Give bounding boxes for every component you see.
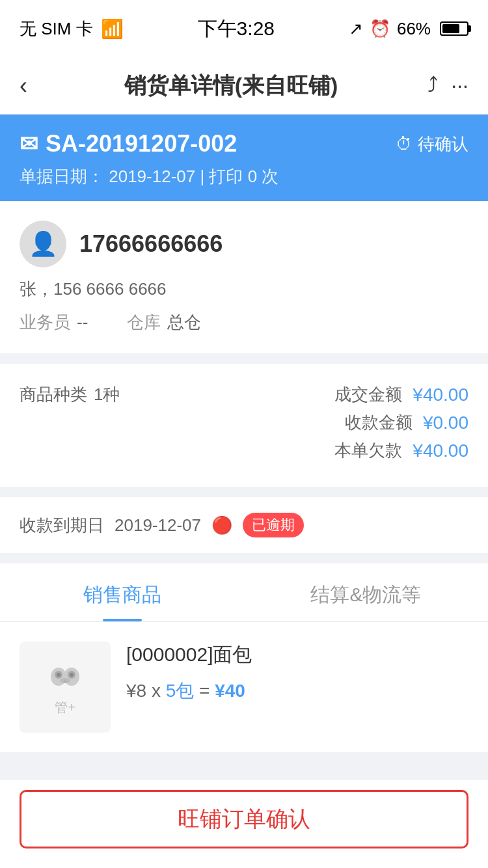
product-info: [0000002]面包 ¥8 x 5包 = ¥40 [126, 642, 468, 703]
overdue-icon: 🔴 [211, 515, 232, 536]
product-logo-text: 管+ [46, 699, 85, 716]
received-label: 收款金额 [345, 411, 413, 434]
overdue-badge: 已逾期 [243, 513, 304, 537]
order-date: 单据日期： 2019-12-07 | 打印 0 次 [20, 165, 468, 188]
confirm-order-button[interactable]: 旺铺订单确认 [20, 790, 468, 848]
summary-left: 商品种类 1种 [20, 383, 120, 411]
product-thumbnail: 管+ [20, 642, 111, 733]
product-item: 管+ [0000002]面包 ¥8 x 5包 = ¥40 [0, 622, 488, 752]
bottom-bar: 旺铺订单确认 [0, 779, 488, 868]
summary-right: 成交金额 ¥40.00 收款金额 ¥0.00 本单欠款 ¥40.00 [334, 383, 468, 467]
status-time: 下午3:28 [198, 16, 275, 42]
tabs-header: 销售商品 结算&物流等 [0, 563, 488, 622]
product-list: 管+ [0000002]面包 ¥8 x 5包 = ¥40 [0, 622, 488, 752]
svg-point-4 [57, 673, 61, 677]
status-clock-icon: ⏱ [396, 134, 413, 154]
order-header-banner: ✉ SA-20191207-002 ⏱ 待确认 单据日期： 2019-12-07… [0, 115, 488, 201]
order-status: ⏱ 待确认 [396, 133, 468, 156]
customer-phone: 17666666666 [79, 230, 223, 258]
status-bar-right: ↗ ⏰ 66% [349, 19, 468, 39]
product-name: [0000002]面包 [126, 642, 468, 668]
share-icon[interactable]: ⤴ [427, 74, 438, 98]
avatar: 👤 [20, 221, 66, 267]
owed-value: ¥40.00 [413, 441, 468, 461]
summary-section: 商品种类 1种 成交金额 ¥40.00 收款金额 ¥0.00 本单欠款 ¥40.… [0, 364, 488, 487]
location-icon: ↗ [349, 19, 363, 39]
status-bar-left: 无 SIM 卡 📶 [20, 18, 124, 40]
sales-value: -- [77, 312, 88, 332]
product-type-row: 商品种类 1种 [20, 383, 120, 406]
amount-row: 成交金额 ¥40.00 [334, 383, 468, 406]
tab-sales-products[interactable]: 销售商品 [0, 563, 244, 621]
back-button[interactable]: ‹ [20, 72, 59, 100]
warehouse-label: 仓库 [127, 311, 161, 334]
owed-row: 本单欠款 ¥40.00 [334, 439, 468, 462]
page-title: 销货单详情(来自旺铺) [59, 71, 403, 101]
owed-label: 本单欠款 [334, 439, 402, 462]
customer-top-row: 👤 17666666666 [20, 221, 468, 267]
alarm-icon: ⏰ [370, 19, 390, 39]
status-bar: 无 SIM 卡 📶 下午3:28 ↗ ⏰ 66% [0, 0, 488, 57]
price-separator: = [194, 681, 215, 701]
sales-label: 业务员 [20, 311, 70, 334]
battery-text: 66% [397, 19, 431, 39]
amount-label: 成交金额 [334, 383, 402, 406]
order-icon: ✉ [20, 131, 38, 157]
wifi-icon: 📶 [101, 18, 124, 40]
sales-meta: 业务员 -- [20, 311, 88, 334]
product-qty: 5包 [166, 681, 195, 701]
price-base: ¥8 x [126, 681, 166, 701]
product-total: ¥40 [215, 681, 245, 701]
product-type-label: 商品种类 [20, 383, 87, 406]
warehouse-value: 总仓 [167, 311, 201, 334]
customer-section: 👤 17666666666 张，156 6666 6666 业务员 -- 仓库 … [0, 201, 488, 353]
nav-actions: ⤴ ··· [403, 74, 468, 98]
nav-bar: ‹ 销货单详情(来自旺铺) ⤴ ··· [0, 57, 488, 115]
svg-point-5 [70, 673, 74, 677]
product-price: ¥8 x 5包 = ¥40 [126, 679, 468, 703]
more-icon[interactable]: ··· [451, 74, 468, 98]
banner-top-row: ✉ SA-20191207-002 ⏱ 待确认 [20, 130, 468, 157]
due-date-label: 收款到期日 [20, 514, 104, 537]
customer-name: 张，156 6666 6666 [20, 278, 468, 301]
product-logo-icon [46, 658, 85, 696]
received-value: ¥0.00 [423, 413, 468, 433]
product-type-value: 1种 [94, 383, 120, 406]
due-date-section: 收款到期日 2019-12-07 🔴 已逾期 [0, 497, 488, 553]
avatar-icon: 👤 [29, 230, 58, 258]
amount-value: ¥40.00 [413, 385, 468, 405]
received-row: 收款金额 ¥0.00 [334, 411, 468, 434]
due-date-value: 2019-12-07 [115, 515, 201, 536]
tab-settlement-logistics[interactable]: 结算&物流等 [244, 563, 488, 621]
carrier-text: 无 SIM 卡 [20, 18, 93, 40]
tabs-section: 销售商品 结算&物流等 [0, 563, 488, 752]
battery-icon [440, 21, 468, 36]
warehouse-meta: 仓库 总仓 [127, 311, 201, 334]
customer-meta: 业务员 -- 仓库 总仓 [20, 311, 468, 334]
order-id: ✉ SA-20191207-002 [20, 130, 237, 157]
